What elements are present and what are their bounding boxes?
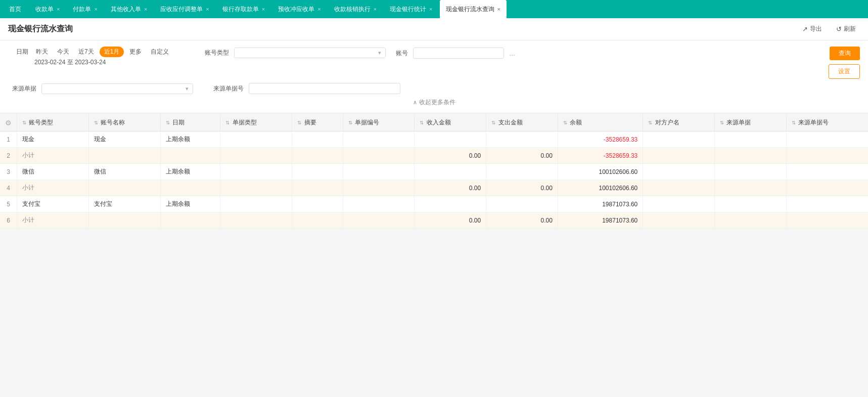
account-dots-button[interactable]: ... xyxy=(509,49,515,57)
cell-source-doc-no xyxy=(786,131,868,148)
close-icon[interactable]: × xyxy=(206,6,209,12)
cell-doc-no xyxy=(343,212,415,229)
table-container: ⚙ ⇅ 账号类型 ⇅ 账号名称 ⇅ 日期 ⇅ 单据类型 xyxy=(0,114,868,229)
cell-account-type: 小计 xyxy=(17,212,89,229)
sort-icon: ⇅ xyxy=(491,120,495,125)
col-balance[interactable]: ⇅ 余额 xyxy=(558,114,643,131)
nav-tab-shoukuandan[interactable]: 收款单 × xyxy=(29,0,66,18)
cell-income xyxy=(415,164,486,180)
action-buttons: 查询 设置 xyxy=(829,47,860,79)
page-header: 现金银行流水查询 ↗ 导出 ↺ 刷新 xyxy=(0,18,868,40)
cell-source-doc-no xyxy=(786,180,868,196)
cell-income xyxy=(415,196,486,212)
refresh-icon: ↺ xyxy=(836,25,842,33)
col-settings[interactable]: ⚙ xyxy=(0,114,17,131)
cell-expense: 0.00 xyxy=(486,148,558,164)
cell-source-doc xyxy=(715,180,787,196)
date-opt-today[interactable]: 今天 xyxy=(54,47,73,57)
source-doc-select[interactable]: ▾ xyxy=(41,83,193,94)
table-row: 6 小计 0.00 0.00 19871073.60 xyxy=(0,212,868,229)
row-number: 5 xyxy=(0,196,17,212)
col-account-type[interactable]: ⇅ 账号类型 xyxy=(17,114,89,131)
cell-source-doc xyxy=(715,212,787,229)
close-icon[interactable]: × xyxy=(144,6,147,12)
header-actions: ↗ 导出 ↺ 刷新 xyxy=(798,23,860,35)
nav-tab-fukuandan[interactable]: 付款单 × xyxy=(67,0,103,18)
cell-doc-no xyxy=(343,180,415,196)
col-income[interactable]: ⇅ 收入金额 xyxy=(415,114,486,131)
nav-tab-shoukuanhexiao[interactable]: 收款核销执行 × xyxy=(328,0,383,18)
date-filter-label: 日期 xyxy=(8,48,28,56)
account-input[interactable] xyxy=(413,48,504,59)
close-icon[interactable]: × xyxy=(94,6,97,12)
query-button[interactable]: 查询 xyxy=(830,47,860,60)
date-opt-yesterday[interactable]: 昨天 xyxy=(32,47,52,57)
close-icon[interactable]: × xyxy=(497,6,500,12)
col-account-name[interactable]: ⇅ 账号名称 xyxy=(88,114,160,131)
nav-tab-yushou[interactable]: 预收冲应收单 × xyxy=(272,0,327,18)
table-row: 1 现金 现金 上期余额 -3528659.33 xyxy=(0,131,868,148)
date-opt-1month[interactable]: 近1月 xyxy=(100,47,124,57)
cell-account-name xyxy=(88,148,160,164)
cell-account-type: 微信 xyxy=(17,164,89,180)
cell-source-doc-no xyxy=(786,212,868,229)
collapse-icon: ∧ xyxy=(413,99,417,106)
date-opt-7days[interactable]: 近7天 xyxy=(75,47,98,57)
collapse-filter-button[interactable]: ∧ 收起更多条件 xyxy=(8,96,860,109)
cell-balance: -3528659.33 xyxy=(558,148,643,164)
refresh-button[interactable]: ↺ 刷新 xyxy=(832,23,860,35)
sort-icon: ⇅ xyxy=(648,120,652,125)
cell-account-name xyxy=(88,180,160,196)
col-source-doc-no[interactable]: ⇅ 来源单据号 xyxy=(786,114,868,131)
close-icon[interactable]: × xyxy=(429,6,432,12)
export-button[interactable]: ↗ 导出 xyxy=(798,23,826,35)
nav-home[interactable]: 首页 xyxy=(2,5,28,14)
cell-expense: 0.00 xyxy=(486,212,558,229)
cell-doc-type xyxy=(220,131,292,148)
cell-source-doc xyxy=(715,196,787,212)
settings-button[interactable]: 设置 xyxy=(829,64,860,79)
col-expense[interactable]: ⇅ 支出金额 xyxy=(486,114,558,131)
nav-tab-qitashouru[interactable]: 其他收入单 × xyxy=(105,0,153,18)
sort-icon: ⇅ xyxy=(225,120,230,125)
close-icon[interactable]: × xyxy=(57,6,60,12)
cell-income xyxy=(415,131,486,148)
cell-date xyxy=(160,180,220,196)
chevron-down-icon: ▾ xyxy=(378,50,381,56)
cell-counterpart xyxy=(643,131,715,148)
col-date[interactable]: ⇅ 日期 xyxy=(160,114,220,131)
cell-date xyxy=(160,148,220,164)
nav-tab-yingshoutiaozheng[interactable]: 应收应付调整单 × xyxy=(154,0,215,18)
sort-icon: ⇅ xyxy=(166,120,170,125)
sort-icon: ⇅ xyxy=(94,120,98,125)
sort-icon: ⇅ xyxy=(792,120,796,125)
source-doc-num-input[interactable] xyxy=(249,83,400,94)
sort-icon: ⇅ xyxy=(297,120,301,125)
account-type-select[interactable]: ▾ xyxy=(234,48,386,58)
data-table: ⚙ ⇅ 账号类型 ⇅ 账号名称 ⇅ 日期 ⇅ 单据类型 xyxy=(0,114,868,229)
cell-account-type: 小计 xyxy=(17,180,89,196)
date-opt-custom[interactable]: 自定义 xyxy=(147,47,172,57)
cell-counterpart xyxy=(643,164,715,180)
top-navigation: 首页 收款单 × 付款单 × 其他收入单 × 应收应付调整单 × 银行存取款单 … xyxy=(0,0,868,18)
col-doc-no[interactable]: ⇅ 单据编号 xyxy=(343,114,415,131)
nav-tab-yinhangcunqu[interactable]: 银行存取款单 × xyxy=(216,0,271,18)
date-opt-more[interactable]: 更多 xyxy=(126,47,145,57)
close-icon[interactable]: × xyxy=(317,6,321,12)
date-options: 昨天 今天 近7天 近1月 更多 自定义 xyxy=(32,47,172,57)
close-icon[interactable]: × xyxy=(374,6,377,12)
nav-tab-xianjinyinhang-tongji[interactable]: 现金银行统计 × xyxy=(384,0,438,18)
col-doc-type[interactable]: ⇅ 单据类型 xyxy=(220,114,292,131)
cell-source-doc xyxy=(715,131,787,148)
close-icon[interactable]: × xyxy=(262,6,265,12)
cell-source-doc xyxy=(715,148,787,164)
cell-summary xyxy=(292,131,343,148)
col-summary[interactable]: ⇅ 摘要 xyxy=(292,114,343,131)
cell-account-type: 支付宝 xyxy=(17,196,89,212)
cell-doc-type xyxy=(220,148,292,164)
gear-icon[interactable]: ⚙ xyxy=(5,119,12,127)
sort-icon: ⇅ xyxy=(420,120,424,125)
col-source-doc[interactable]: ⇅ 来源单据 xyxy=(715,114,787,131)
col-counterpart[interactable]: ⇅ 对方户名 xyxy=(643,114,715,131)
nav-tab-xianjinyinhang-liushui[interactable]: 现金银行流水查询 × xyxy=(440,0,507,18)
